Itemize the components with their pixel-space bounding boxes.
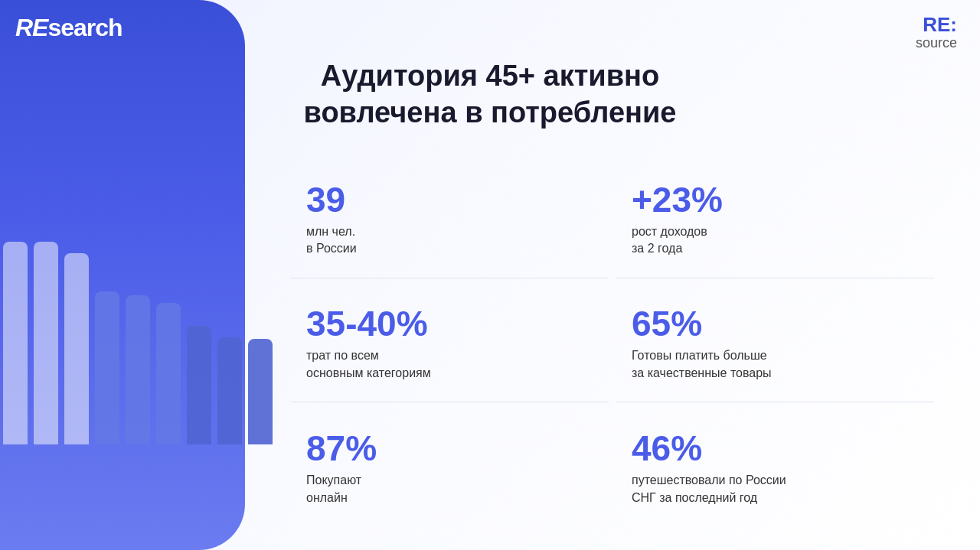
resource-re-label: RE: bbox=[923, 14, 957, 36]
stat-cell-1: +23%рост доходовза 2 года bbox=[616, 161, 934, 278]
stat-number-0: 39 bbox=[306, 182, 593, 217]
chart-bar bbox=[248, 339, 273, 444]
stat-desc-5: путешествовали по РоссииСНГ за последний… bbox=[632, 472, 919, 506]
chart-bar bbox=[95, 291, 119, 444]
chart-area bbox=[0, 146, 245, 467]
chart-bar bbox=[156, 303, 181, 444]
stat-number-3: 65% bbox=[632, 306, 919, 341]
chart-bar bbox=[126, 295, 150, 444]
stat-number-5: 46% bbox=[632, 431, 919, 466]
chart-bar bbox=[187, 326, 211, 444]
chart-bar bbox=[34, 242, 58, 444]
stat-cell-4: 87%Покупаютонлайн bbox=[291, 410, 609, 527]
stat-number-2: 35-40% bbox=[306, 306, 593, 341]
stat-cell-2: 35-40%трат по всемосновным категориям bbox=[291, 286, 609, 403]
chart-bar bbox=[3, 242, 28, 444]
title-line1: Аудитория 45+ активно bbox=[321, 60, 659, 92]
main-title: Аудитория 45+ активно вовлечена в потреб… bbox=[245, 58, 735, 131]
header: REsearch RE: source bbox=[0, 0, 980, 50]
stat-desc-1: рост доходовза 2 года bbox=[632, 223, 919, 258]
stat-desc-0: млн чел.в России bbox=[306, 223, 593, 258]
stat-number-4: 87% bbox=[306, 431, 593, 466]
logo-re-italic: RE bbox=[15, 14, 47, 41]
logo-search-text: search bbox=[47, 14, 122, 41]
logo-resource: RE: source bbox=[916, 14, 957, 50]
title-section: Аудитория 45+ активно вовлечена в потреб… bbox=[0, 58, 980, 131]
stat-desc-2: трат по всемосновным категориям bbox=[306, 347, 593, 382]
stat-desc-4: Покупаютонлайн bbox=[306, 472, 593, 506]
stat-cell-0: 39млн чел.в России bbox=[291, 161, 609, 278]
stat-cell-3: 65%Готовы платить большеза качественные … bbox=[616, 286, 934, 403]
logo-research: REsearch bbox=[15, 14, 122, 42]
stats-grid: 39млн чел.в России+23%рост доходовза 2 г… bbox=[245, 146, 980, 550]
stat-desc-3: Готовы платить большеза качественные тов… bbox=[632, 347, 919, 382]
resource-source-label: source bbox=[916, 36, 957, 51]
title-line2: вовлечена в потребление bbox=[304, 96, 677, 129]
chart-bar bbox=[217, 337, 242, 444]
main-content: 39млн чел.в России+23%рост доходовза 2 г… bbox=[0, 146, 980, 550]
chart-bar bbox=[64, 253, 89, 444]
stat-cell-5: 46%путешествовали по РоссииСНГ за послед… bbox=[616, 410, 934, 527]
page: REsearch RE: source Аудитория 45+ активн… bbox=[0, 0, 980, 550]
stat-number-1: +23% bbox=[632, 182, 919, 217]
